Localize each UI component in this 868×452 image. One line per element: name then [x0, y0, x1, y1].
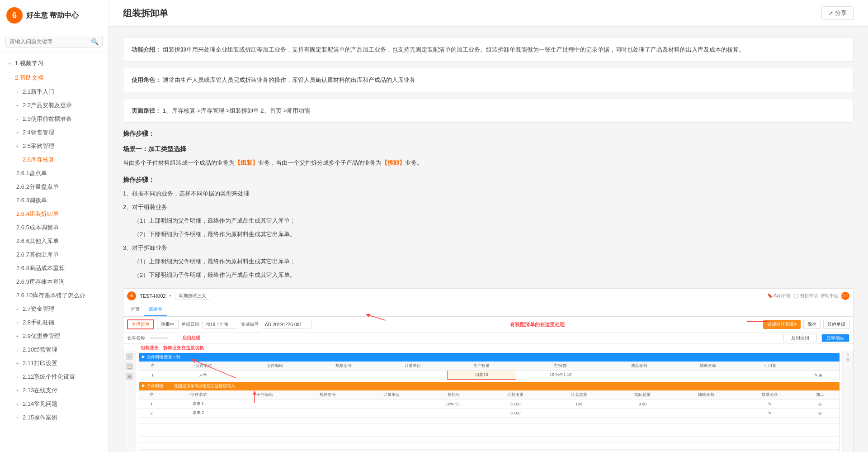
- app-name: 好生意 帮助中心: [26, 11, 79, 20]
- role-label: 使用角色：: [132, 76, 161, 83]
- plus-icon-2-13: ＋: [14, 387, 20, 395]
- sim-th-finish: 成品金额: [605, 362, 674, 371]
- sidebar-item-2-6-2[interactable]: 2.6.2分量盘点单: [7, 180, 108, 194]
- sidebar-item-2-14[interactable]: ＋ 2.14常见问题: [0, 397, 108, 411]
- step2-sub2: （2）下部明细为子件明细，最终作为原材料生成其它出库单。: [134, 228, 854, 240]
- sidebar-label-2-6-3: 2.6.3调拨单: [16, 196, 47, 205]
- sim-icon-help: ◯ 初初帮助: [793, 293, 818, 299]
- function-intro-label: 功能介绍：: [132, 46, 161, 53]
- sidebar-label-2-4: 2.4销售管理: [23, 128, 54, 137]
- sidebar-label-2-3: 2.3使用前数据准备: [23, 115, 72, 123]
- sidebar-label-2-6-6: 2.6.6其他入库单: [16, 237, 59, 245]
- sidebar-item-2-6-3[interactable]: 2.6.3调拨单: [7, 194, 108, 207]
- sim-th-main: 主/分数: [516, 362, 605, 371]
- sim-th-unit: 计量单位: [378, 362, 448, 371]
- sidebar-label-2: 2.帮助文档: [15, 74, 43, 82]
- sidebar-item-2-6-4[interactable]: 2.6.4组装拆卸单: [7, 207, 108, 221]
- sim-bth-plantotal: 计划总量: [547, 390, 611, 400]
- plus-icon-2-7: ＋: [14, 305, 20, 313]
- sidebar-item-2-6-8[interactable]: 2.6.8商品成本重算: [7, 262, 108, 275]
- sim-btd-plan2: 30.00: [484, 409, 547, 418]
- sim-tables-area: ▶ 父件明细 数量 1/件 序 *父件名称 父件编码 规格: [136, 351, 842, 452]
- sidebar-item-1[interactable]: ＋ 1.视频学习: [0, 56, 108, 71]
- sidebar-label-2-9: 2.9优惠券管理: [23, 332, 60, 340]
- sim-th-spec: 规格型号: [309, 362, 378, 371]
- sidebar-item-2-5[interactable]: ＋ 2.5采购管理: [0, 139, 108, 153]
- sidebar-item-2[interactable]: － 2.帮助文档: [0, 71, 108, 85]
- sidebar-item-2-15[interactable]: ＋ 2.15操作案例: [0, 411, 108, 424]
- plus-icon-2-14: ＋: [14, 400, 20, 408]
- table-row: 1 大米 组装10 10个/件1,10: [139, 371, 839, 380]
- share-label: 分享: [835, 9, 847, 17]
- sim-bth-entry: 数量分录: [738, 390, 802, 400]
- table-row: [139, 424, 839, 430]
- sidebar-item-2-9[interactable]: ＋ 2.9优惠券管理: [0, 329, 108, 343]
- function-intro-block: 功能介绍： 组装拆卸单用来处理企业组装或拆卸等加工业务，支持有固定装配清单的产品…: [123, 38, 854, 62]
- sidebar-item-2-2[interactable]: ＋ 2.2产品安装及登录: [0, 99, 108, 112]
- step3-sub2: （2）下部明细为子件明细，最终作为产成品生成其它入库单。: [134, 269, 854, 281]
- sidebar-label-2-1: 2.1新手入门: [23, 88, 54, 96]
- sim-section-label-row: 组装业务、拆卸业务在这里切换: [123, 344, 853, 351]
- sidebar-label-2-12: 2.12系统个性化设置: [23, 373, 75, 381]
- sidebar-label-2-14: 2.14常见问题: [23, 400, 57, 408]
- sidebar-label-1: 1.视频学习: [15, 59, 43, 67]
- page-header: 组装拆卸单 ↗ 分享: [108, 0, 868, 27]
- sim-th-action: [797, 362, 839, 371]
- sidebar-item-2-13[interactable]: ＋ 2.13在线支付: [0, 384, 108, 397]
- share-button[interactable]: ↗ 分享: [821, 6, 854, 20]
- sim-btd-plan: 30.00: [484, 400, 547, 409]
- sidebar-item-2-6[interactable]: － 2.6库存核算: [0, 153, 108, 167]
- sidebar-item-2-6-6[interactable]: 2.6.6其他入库单: [7, 234, 108, 248]
- sidebar-label-2-6-4: 2.6.4组装拆卸单: [16, 210, 59, 218]
- sim-th-aux: 辅助金额: [674, 362, 743, 371]
- sidebar-item-2-11[interactable]: ＋ 2.11打印设置: [0, 357, 108, 370]
- sim-bth-actual: 实际总量: [611, 390, 675, 400]
- sim-btd-no2: 2: [139, 409, 164, 418]
- sidebar-item-2-12[interactable]: ＋ 2.12系统个性化设置: [0, 370, 108, 384]
- search-area: 🔍: [0, 31, 108, 52]
- sim-bth-ccode: 子件编码: [232, 390, 296, 400]
- sim-bottom-table-head: 序 *子件名称 子件编码 规格型号 计量单位 损耗% 计划用量 计划总量 实际总: [139, 390, 839, 400]
- sidebar-item-2-6-10[interactable]: 2.6.10库存账本错了怎么办: [7, 289, 108, 302]
- path-text: 1、库存核算->库存管理->组装拆卸单 2、首页->常用功能: [163, 107, 311, 114]
- sim-usable-box: 启用应用: [783, 334, 817, 342]
- sim-left-panel: ≡ 📋 ⊞: [123, 351, 136, 452]
- step1: 1、根据不同的业务，选择不同单据的类型来处理: [123, 188, 854, 200]
- sidebar-item-2-8[interactable]: ＋ 2.8手机旺铺: [0, 316, 108, 329]
- search-icon[interactable]: 🔍: [91, 38, 99, 45]
- sim-btd-loss2: [423, 409, 484, 418]
- logo-area: 6 好生意 帮助中心: [0, 0, 108, 31]
- sim-btd-loss: 10%+/-1: [423, 400, 484, 409]
- sidebar-item-2-10[interactable]: ＋ 2.10经营管理: [0, 343, 108, 357]
- sidebar-item-2-6-5[interactable]: 2.6.5成本调整单: [7, 221, 108, 234]
- sidebar-item-2-7[interactable]: ＋ 2.7资金管理: [0, 302, 108, 316]
- plus-icon-2-11: ＋: [14, 360, 20, 367]
- sim-btd-aux2: [675, 409, 738, 418]
- sim-top-table-head: 序 *父件名称 父件编码 规格型号 计量单位 生产数量 主/分数 成品金额 辅助: [139, 362, 839, 371]
- sidebar-item-2-6-9[interactable]: 2.6.9库存账本查询: [7, 275, 108, 289]
- sidebar-label-2-7: 2.7资金管理: [23, 305, 54, 313]
- sim-bottom-table: 序 *子件名称 子件编码 规格型号 计量单位 损耗% 计划用量 计划总量 实际总: [139, 390, 839, 449]
- table-row: [139, 418, 839, 424]
- sim-top-table-header: ▶ 父件明细 数量 1/件: [139, 353, 840, 362]
- sidebar-item-2-6-1[interactable]: 2.6.1盘点单: [7, 167, 108, 180]
- sim-btd-code: [232, 400, 296, 409]
- sim-btd-unit2: [359, 409, 423, 418]
- annotation-processing-text: 有装配清单的在这里处理: [314, 321, 760, 328]
- sidebar-label-2-6-9: 2.6.9库存账本查询: [16, 278, 65, 286]
- sidebar-label-2-15: 2.15操作案例: [23, 414, 57, 422]
- main-scroll[interactable]: 功能介绍： 组装拆卸单用来处理企业组装或拆卸等加工业务，支持有固定装配清单的产品…: [108, 27, 868, 452]
- plus-icon-2-3: ＋: [14, 115, 20, 123]
- search-input[interactable]: [9, 38, 91, 45]
- sidebar-item-2-1[interactable]: ＋ 2.1新手入门: [0, 85, 108, 99]
- app-logo: 6: [6, 7, 23, 24]
- sim-docno-label: 集成编号: [241, 321, 259, 328]
- sidebar-item-2-4[interactable]: ＋ 2.4销售管理: [0, 126, 108, 139]
- sidebar-item-2-6-7[interactable]: 2.6.7其他出库单: [7, 248, 108, 262]
- sim-logo: 6: [127, 291, 136, 300]
- sim-bth-cname: *子件名称: [164, 390, 232, 400]
- sim-btd-process2: ⊞: [802, 409, 839, 418]
- scene-title: 场景一：加工类型选择: [123, 145, 854, 153]
- sidebar-label-2-6: 2.6库存核算: [23, 156, 54, 164]
- sidebar-item-2-3[interactable]: ＋ 2.3使用前数据准备: [0, 112, 108, 126]
